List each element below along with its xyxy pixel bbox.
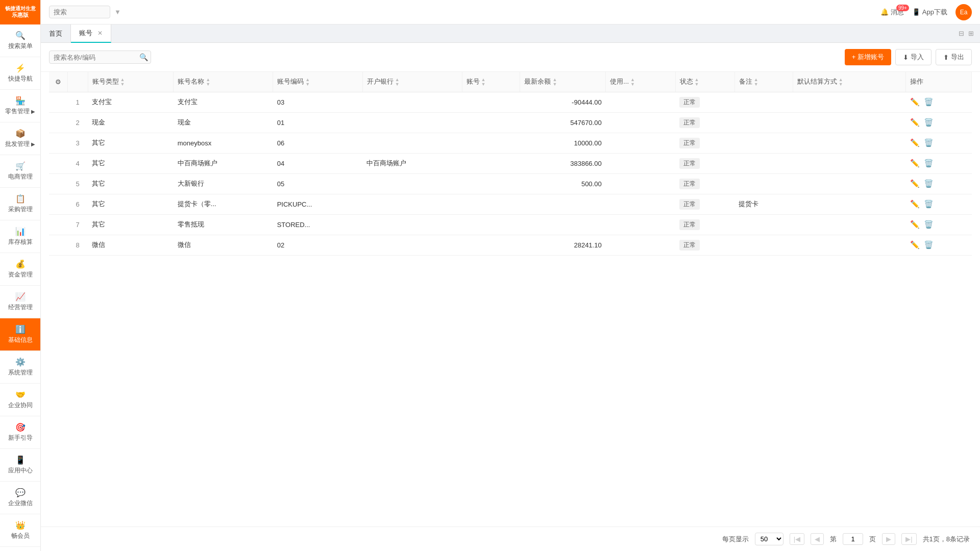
sidebar-item-wholesale[interactable]: 📦批发管理 ▶ (0, 122, 40, 155)
sidebar-item-app-center[interactable]: 📱应用中心 (0, 449, 40, 482)
search-input[interactable] (54, 54, 139, 61)
logo: 畅捷通对生意 乐惠版 (0, 0, 40, 24)
col-type[interactable]: 账号类型▲▼ (88, 72, 174, 92)
row-bank (362, 133, 462, 153)
wholesale-icon: 📦 (2, 129, 38, 138)
row-type: 现金 (88, 112, 174, 133)
sidebar-item-finance[interactable]: 💰资金管理 (0, 253, 40, 286)
edit-icon[interactable]: ✏️ (910, 118, 920, 127)
row-action: ✏️ 🗑️ (906, 133, 972, 153)
sidebar-item-system[interactable]: ⚙️系统管理 (0, 351, 40, 384)
export-button[interactable]: ⬆ 导出 (936, 49, 972, 65)
sidebar-item-guide[interactable]: 🎯新手引导 (0, 416, 40, 449)
tab-minimize-icon[interactable]: ⊟ (959, 30, 964, 37)
row-index: 6 (67, 194, 88, 214)
sidebar-item-inventory[interactable]: 📊库存核算 (0, 220, 40, 253)
tab-account-close[interactable]: ✕ (97, 30, 103, 37)
row-default-settlement (793, 112, 906, 133)
row-name: 微信 (174, 235, 273, 255)
row-status: 正常 (675, 214, 734, 235)
content-area: 🔍 + 新增账号 ⬇ 导入 ⬆ 导出 (41, 43, 980, 551)
sidebar-item-wechat[interactable]: 💬企业微信 (0, 482, 40, 514)
delete-icon[interactable]: 🗑️ (924, 240, 934, 249)
last-page-button[interactable]: ▶| (901, 533, 916, 545)
edit-icon[interactable]: ✏️ (910, 199, 920, 209)
user-avatar[interactable]: Ea (955, 4, 972, 20)
row-usage (606, 214, 675, 235)
col-usage[interactable]: 使用...▲▼ (606, 72, 675, 92)
row-balance (520, 194, 606, 214)
col-settings[interactable]: ⚙ (49, 72, 67, 92)
tab-home-label: 首页 (49, 29, 62, 38)
search-box: 🔍 (49, 51, 151, 64)
col-balance[interactable]: 最新余额▲▼ (520, 72, 606, 92)
row-name: 中百商场账户 (174, 153, 273, 173)
edit-icon[interactable]: ✏️ (910, 159, 920, 168)
page-suffix: 页 (869, 535, 876, 544)
topbar-search-dropdown[interactable]: ▼ (114, 8, 121, 16)
row-type: 其它 (88, 173, 174, 194)
basic-info-icon: ℹ️ (2, 324, 38, 334)
col-account[interactable]: 账号▲▼ (462, 72, 520, 92)
edit-icon[interactable]: ✏️ (910, 179, 920, 188)
next-page-button[interactable]: ▶ (882, 533, 895, 545)
import-button[interactable]: ⬇ 导入 (895, 49, 932, 65)
edit-icon[interactable]: ✏️ (910, 240, 920, 249)
status-badge: 正常 (679, 179, 700, 189)
edit-icon[interactable]: ✏️ (910, 138, 920, 147)
col-remark[interactable]: 备注▲▼ (734, 72, 793, 92)
delete-icon[interactable]: 🗑️ (924, 179, 934, 188)
app-download-button[interactable]: 📱 App下载 (912, 8, 947, 17)
sidebar-item-ecommerce[interactable]: 🛒电商管理 (0, 155, 40, 188)
delete-icon[interactable]: 🗑️ (924, 97, 934, 107)
delete-icon[interactable]: 🗑️ (924, 159, 934, 168)
per-page-label: 每页显示 (722, 535, 749, 544)
col-bank[interactable]: 开户银行▲▼ (362, 72, 462, 92)
edit-icon[interactable]: ✏️ (910, 97, 920, 107)
sidebar-item-search-menu[interactable]: 🔍搜索菜单 (0, 24, 40, 57)
import-label: 导入 (911, 53, 924, 62)
prev-page-button[interactable]: ◀ (811, 533, 824, 545)
search-icon[interactable]: 🔍 (139, 53, 148, 61)
row-type: 其它 (88, 153, 174, 173)
delete-icon[interactable]: 🗑️ (924, 199, 934, 209)
sidebar-item-member[interactable]: 👑畅会员 (0, 514, 40, 547)
col-name[interactable]: 账号名称▲▼ (174, 72, 273, 92)
notification-button[interactable]: 🔔 消息 99+ (880, 8, 904, 17)
page-input[interactable] (843, 533, 863, 545)
sidebar-item-enterprise[interactable]: 🤝企业协同 (0, 384, 40, 416)
row-type: 其它 (88, 133, 174, 153)
row-index: 2 (67, 112, 88, 133)
col-index (67, 72, 88, 92)
delete-icon[interactable]: 🗑️ (924, 220, 934, 229)
delete-icon[interactable]: 🗑️ (924, 138, 934, 147)
first-page-button[interactable]: |◀ (790, 533, 804, 545)
topbar-search-input[interactable] (49, 6, 110, 18)
row-bank (362, 194, 462, 214)
per-page-select[interactable]: 50 100 200 (755, 533, 783, 545)
delete-icon[interactable]: 🗑️ (924, 118, 934, 127)
sidebar-item-basic-info[interactable]: ℹ️基础信息 (0, 318, 40, 351)
sidebar-item-operation[interactable]: 📈经营管理 (0, 286, 40, 318)
col-status[interactable]: 状态▲▼ (675, 72, 734, 92)
row-name: 支付宝 (174, 92, 273, 112)
col-code[interactable]: 账号编码▲▼ (273, 72, 362, 92)
tab-account[interactable]: 账号 ✕ (71, 24, 111, 43)
tab-expand-icon[interactable]: ⊞ (968, 30, 974, 37)
row-remark (734, 235, 793, 255)
edit-icon[interactable]: ✏️ (910, 220, 920, 229)
sidebar-item-purchase[interactable]: 📋采购管理 (0, 188, 40, 220)
tab-home[interactable]: 首页 (41, 24, 71, 43)
col-default-settlement[interactable]: 默认结算方式▲▼ (793, 72, 906, 92)
row-bank: 中百商场账户 (362, 153, 462, 173)
toolbar-right: + 新增账号 ⬇ 导入 ⬆ 导出 (845, 49, 972, 65)
notification-badge: 99+ (896, 5, 909, 11)
pagination: 每页显示 50 100 200 |◀ ◀ 第 页 ▶ ▶| 共1页，8条记录 (41, 527, 980, 551)
add-account-button[interactable]: + 新增账号 (845, 49, 891, 65)
sidebar-item-retail[interactable]: 🏪零售管理 ▶ (0, 90, 40, 122)
table-row: 6 其它 提货卡（零... PICKUPC... 正常 提货卡 ✏️ 🗑️ (49, 194, 972, 214)
row-remark (734, 214, 793, 235)
sidebar-item-quick-nav[interactable]: ⚡快捷导航 (0, 57, 40, 90)
row-bank (362, 173, 462, 194)
row-code: 06 (273, 133, 362, 153)
